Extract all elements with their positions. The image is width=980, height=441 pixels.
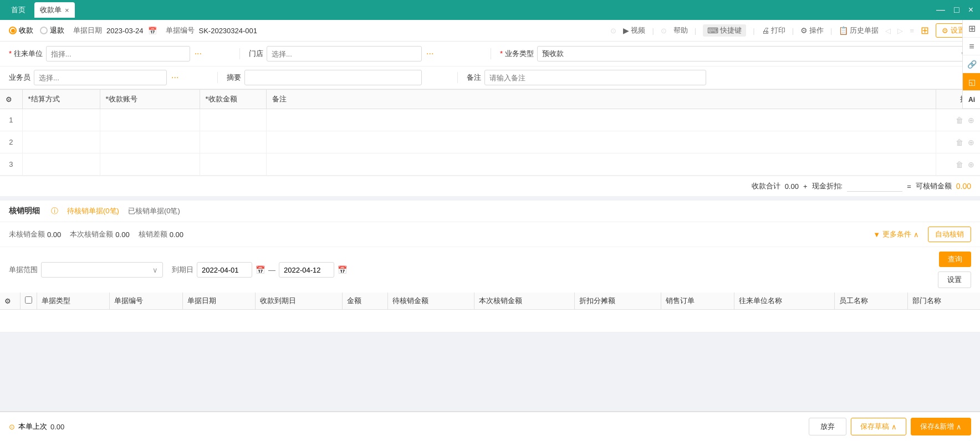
row-2-remark[interactable] [266, 131, 936, 153]
shortcut-label: 快捷键 [720, 25, 742, 35]
available-label: 可核销金额 [916, 181, 952, 191]
row-2-num: 2 [0, 131, 22, 153]
close-window-button[interactable]: × [966, 5, 976, 15]
side-expand-icon[interactable]: ◱ [963, 73, 980, 91]
pending-recon-tab[interactable]: 待核销单据(0笔) [67, 206, 119, 216]
window-controls: — □ × [934, 5, 976, 15]
help-action[interactable]: 帮助 [673, 25, 688, 35]
abandon-button[interactable]: 放弃 [809, 418, 846, 435]
partner-input[interactable] [46, 46, 190, 61]
auto-recon-button[interactable]: 自动核销 [928, 227, 971, 242]
remark-input[interactable] [484, 70, 706, 85]
side-list-icon[interactable]: ≡ [963, 38, 980, 55]
radio-circle-receipt [9, 27, 17, 34]
maximize-button[interactable]: □ [952, 5, 962, 15]
row-1-amount[interactable] [200, 109, 266, 131]
row-3-delete-icon[interactable]: 🗑 [956, 160, 963, 169]
print-label: 打印 [771, 25, 785, 35]
ops-action[interactable]: ⚙ 操作 [800, 25, 824, 35]
row-3-num: 3 [0, 153, 22, 176]
doc-seq-icon[interactable]: ⊙ [9, 423, 15, 431]
minimize-button[interactable]: — [934, 5, 947, 15]
settings-col-header[interactable]: ⚙ [0, 90, 22, 109]
row-3-amount[interactable] [200, 153, 266, 176]
date-to-calendar-icon[interactable]: 📅 [338, 265, 347, 274]
diff-label: 核销差额 [139, 229, 167, 239]
table-gear-icon[interactable]: ⚙ [6, 95, 12, 104]
doc-no-label: 单据编号 [166, 25, 195, 35]
save-new-button[interactable]: 保存&新增 ∧ [911, 418, 971, 435]
home-nav-item[interactable]: 首页 [4, 2, 32, 18]
row-2-settle[interactable] [22, 131, 100, 153]
table-row: 1 🗑 ⊕ [0, 109, 980, 131]
recon-select-all-checkbox[interactable] [25, 296, 32, 304]
history-action[interactable]: 📋 历史单据 [839, 25, 879, 35]
detail-table-container: ⚙ *结算方式 *收款账号 *收款金额 备注 [0, 89, 980, 176]
receipt-tab[interactable]: 收款单 × [34, 2, 75, 18]
shortcut-action[interactable]: ⌨ 快捷键 [703, 24, 746, 37]
recon-settings-col[interactable]: ⚙ [0, 293, 20, 310]
store-more-icon[interactable]: ··· [426, 49, 433, 59]
radio-refund[interactable]: 退款 [40, 25, 64, 35]
row-2-delete-icon[interactable]: 🗑 [956, 138, 963, 147]
row-3-copy-icon[interactable]: ⊕ [968, 160, 974, 169]
discount-input[interactable] [847, 181, 902, 192]
remark-col-header: 备注 [266, 90, 936, 109]
top-navigation: 首页 收款单 × — □ × [0, 0, 980, 20]
ai-button[interactable]: Ai [963, 91, 980, 109]
sum-value: 0.00 [785, 182, 799, 191]
recon-table: ⚙ 单据类型 单据编号 单据日 [0, 293, 980, 332]
recon-employee-col: 员工名称 [835, 293, 908, 310]
recon-pending-col: 待核销金额 [387, 293, 474, 310]
collapse-chevron-icon: ∧ [913, 230, 919, 239]
row-2-account[interactable] [100, 131, 200, 153]
summary-label: 摘要 [227, 73, 241, 83]
recon-settings-button[interactable]: 设置 [938, 271, 971, 288]
query-button[interactable]: 查询 [939, 252, 971, 267]
row-1-delete-icon[interactable]: 🗑 [956, 116, 963, 125]
row-2-copy-icon[interactable]: ⊕ [968, 138, 974, 147]
table-row: 3 🗑 ⊕ [0, 153, 980, 176]
biz-type-dropdown[interactable]: 预收款 ∨ [537, 46, 971, 61]
row-1-copy-icon[interactable]: ⊕ [968, 116, 974, 125]
sum-label: 收款合计 [752, 181, 780, 191]
salesperson-input[interactable] [34, 70, 167, 85]
recon-gear-icon[interactable]: ⚙ [4, 297, 11, 305]
row-1-account[interactable] [100, 109, 200, 131]
date-from-calendar-icon[interactable]: 📅 [256, 265, 265, 274]
filter-icon: ▼ [873, 230, 880, 239]
row-3-account[interactable] [100, 153, 200, 176]
done-recon-tab[interactable]: 已核销单据(0笔) [128, 206, 180, 216]
expand-icon[interactable]: ⊞ [921, 24, 929, 37]
biz-type-field-group: 业务类型 预收款 ∨ [500, 46, 971, 61]
form-row-1: 往来单位 ··· 门店 ··· 业务类型 预收款 ∨ [0, 42, 980, 66]
row-3-remark[interactable] [266, 153, 936, 176]
close-tab-icon[interactable]: × [65, 6, 69, 14]
store-input[interactable] [267, 46, 422, 61]
date-from-input[interactable] [197, 262, 252, 278]
doc-range-select[interactable]: ∨ [41, 262, 163, 278]
date-calendar-icon[interactable]: 📅 [148, 27, 157, 35]
recon-info-icon[interactable]: ⓘ [51, 206, 58, 216]
remark-label: 备注 [467, 73, 481, 83]
partner-more-icon[interactable]: ··· [195, 49, 202, 59]
save-draft-button[interactable]: 保存草稿 ∧ [851, 418, 906, 435]
video-action[interactable]: ▶ 视频 [623, 25, 645, 35]
side-table-icon[interactable]: ⊞ [963, 20, 980, 38]
recon-checkbox-col[interactable] [20, 293, 37, 310]
salesperson-more-icon[interactable]: ··· [171, 73, 178, 83]
help-label: 帮助 [673, 25, 688, 35]
recon-header: 核销明细 ⓘ 待核销单据(0笔) 已核销单据(0笔) [0, 201, 980, 222]
summary-input[interactable] [244, 70, 422, 85]
radio-receipt[interactable]: 收款 [9, 25, 33, 35]
salesperson-field-group: 业务员 ··· [9, 70, 208, 85]
print-action[interactable]: 🖨 打印 [762, 25, 785, 35]
side-link-icon[interactable]: 🔗 [963, 55, 980, 73]
row-1-remark[interactable] [266, 109, 936, 131]
more-conditions-btn[interactable]: ▼ 更多条件 ∧ [873, 229, 919, 239]
date-to-input[interactable] [279, 262, 334, 278]
row-1-settle[interactable] [22, 109, 100, 131]
discount-label: 现金折扣: [812, 181, 843, 191]
row-3-settle[interactable] [22, 153, 100, 176]
row-2-amount[interactable] [200, 131, 266, 153]
